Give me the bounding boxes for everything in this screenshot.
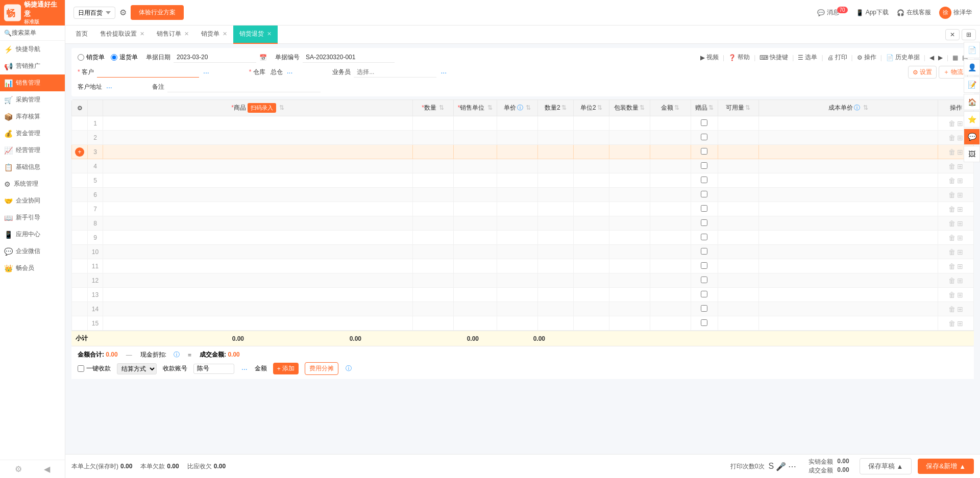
sidebar-item-inventory[interactable]: 📦 库存核算 [0,108,65,125]
radio-sales[interactable]: 销货单 [78,53,105,62]
gift-checkbox[interactable] [701,134,707,140]
price-cell[interactable] [497,259,537,273]
tab-close-all-btn[interactable]: ✕ [945,29,960,40]
quantity-cell[interactable] [412,302,453,316]
sidebar-item-shortcut[interactable]: ⚡ 快捷导航 [0,41,65,58]
gift-checkbox[interactable] [701,319,707,326]
sidebar-item-search[interactable]: 🔍 搜索菜单 [0,26,65,41]
gift-checkbox[interactable] [701,305,707,312]
unit2-cell[interactable] [573,202,609,216]
copy-row-icon[interactable]: ⊞ [957,148,963,156]
sidebar-item-basic[interactable]: 📋 基础信息 [0,159,65,175]
quantity-cell[interactable] [412,131,453,145]
sidebar-item-marketing[interactable]: 📢 营销推广 [0,58,65,74]
available-cell[interactable] [718,173,758,188]
delete-row-icon[interactable]: 🗑 [948,191,955,199]
tab-home[interactable]: 首页 [69,26,94,44]
qty2-cell[interactable] [537,159,573,173]
radio-sales-input[interactable] [78,54,84,61]
toolbar-help[interactable]: ❓ 帮助 [728,53,750,62]
copy-row-icon[interactable]: ⊞ [957,291,963,299]
unit2-cell[interactable] [573,259,609,273]
toolbar-print[interactable]: 🖨 打印 [827,53,847,62]
warehouse-select-btn[interactable]: ··· [286,68,294,77]
price-cell[interactable] [497,245,537,259]
unit-cell[interactable] [453,202,497,216]
unit-cell[interactable] [453,302,497,316]
unit2-cell[interactable] [573,273,609,288]
qty2-cell[interactable] [537,231,573,245]
quantity-cell[interactable] [412,216,453,231]
amount-cell[interactable] [650,145,691,159]
available-cell[interactable] [718,202,758,216]
qty2-cell[interactable] [537,316,573,331]
date-input[interactable] [174,52,256,63]
salesperson-input[interactable] [354,67,436,78]
product-cell[interactable] [103,188,413,202]
available-cell[interactable] [718,216,758,231]
price-cell[interactable] [497,188,537,202]
toolbar-video[interactable]: ▶ 视频 [700,53,719,62]
qty2-cell[interactable] [537,188,573,202]
available-cell[interactable] [718,302,758,316]
available-cell[interactable] [718,231,758,245]
float-btn-7[interactable]: 🖼 [964,146,980,162]
gift-cell[interactable] [691,145,718,159]
app-download-btn[interactable]: 📱 App下载 [856,8,889,17]
gift-checkbox[interactable] [701,148,707,155]
tab-sales-order-close[interactable]: ✕ [184,31,189,37]
product-cell[interactable] [103,259,413,273]
unit2-cell[interactable] [573,131,609,145]
cost-price-cell[interactable] [758,231,938,245]
copy-row-icon[interactable]: ⊞ [957,162,963,170]
sidebar-item-sales-mgmt[interactable]: 📊 销售管理 [0,74,65,91]
price-cell[interactable] [497,231,537,245]
price-cell[interactable] [497,131,537,145]
qty2-cell[interactable] [537,173,573,188]
copy-row-icon[interactable]: ⊞ [957,177,963,185]
sidebar-item-wechat[interactable]: 💬 企业微信 [0,243,65,260]
radio-return[interactable]: 退货单 [111,53,138,62]
delete-row-icon[interactable]: 🗑 [948,291,955,299]
unit2-cell[interactable] [573,159,609,173]
pkg-qty-cell[interactable] [609,116,650,131]
available-cell[interactable] [718,259,758,273]
delete-row-icon[interactable]: 🗑 [948,205,955,213]
quantity-cell[interactable] [412,159,453,173]
amount-cell[interactable] [650,288,691,302]
cost-sort-icon[interactable]: ⇅ [863,104,868,111]
gift-checkbox[interactable] [701,205,707,212]
settings-side-btn[interactable]: ⚙ 设置 [908,66,937,79]
product-cell[interactable] [103,202,413,216]
gift-cell[interactable] [691,188,718,202]
float-btn-4[interactable]: 🏠 [964,94,980,110]
product-cell[interactable] [103,231,413,245]
add-btn[interactable]: + 添加 [273,363,299,374]
tab-sales-return[interactable]: 销货退货 ✕ [233,26,278,44]
avail-sort-icon[interactable]: ⇅ [745,104,750,111]
product-cell[interactable] [103,131,413,145]
toolbar-history[interactable]: 📄 历史单据 [886,53,920,62]
delete-row-icon[interactable]: 🗑 [948,148,955,156]
copy-row-icon[interactable]: ⊞ [957,119,963,128]
unit-cell[interactable] [453,273,497,288]
available-cell[interactable] [718,288,758,302]
unit-cell[interactable] [453,231,497,245]
price-cell[interactable] [497,302,537,316]
price-cell[interactable] [497,173,537,188]
unit2-sort-icon[interactable]: ⇅ [597,104,602,111]
save-draft-btn[interactable]: 保存草稿 ▲ [860,458,912,474]
available-cell[interactable] [718,159,758,173]
copy-row-icon[interactable]: ⊞ [957,248,963,256]
gift-cell[interactable] [691,216,718,231]
quantity-cell[interactable] [412,273,453,288]
trial-btn[interactable]: 体验行业方案 [131,5,184,20]
quantity-cell[interactable] [412,259,453,273]
cost-price-cell[interactable] [758,216,938,231]
sidebar-item-finance[interactable]: 💰 资金管理 [0,125,65,142]
unit2-cell[interactable] [573,316,609,331]
unit-cell[interactable] [453,188,497,202]
unit2-cell[interactable] [573,288,609,302]
unit2-cell[interactable] [573,116,609,131]
unit-cell[interactable] [453,316,497,331]
